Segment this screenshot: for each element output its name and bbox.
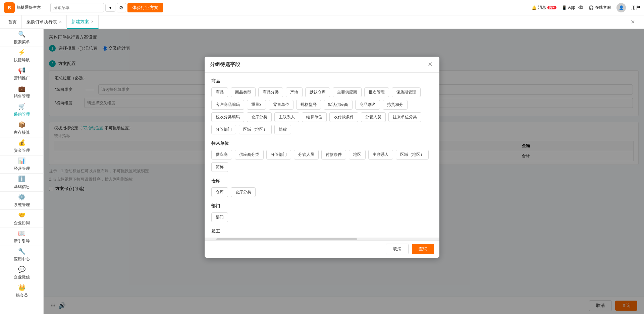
field-tag[interactable]: 分管人员 bbox=[361, 112, 386, 122]
field-tag[interactable]: 商品类型 bbox=[231, 87, 256, 97]
modal-confirm-button[interactable]: 查询 bbox=[412, 244, 434, 254]
purchase-icon: 🛒 bbox=[18, 103, 25, 110]
modal-horizontal-scrollbar[interactable] bbox=[205, 238, 439, 240]
top-search: ▼ ⚙ 体验行业方案 bbox=[50, 3, 163, 12]
member-icon: 👑 bbox=[18, 284, 25, 291]
tab-purchase-close[interactable]: ✕ bbox=[59, 20, 62, 24]
field-tag[interactable]: 商品分类 bbox=[258, 87, 283, 97]
field-tag[interactable]: 零售单位 bbox=[269, 100, 293, 110]
field-tag[interactable]: 供应商 bbox=[211, 150, 232, 160]
modal-cancel-button[interactable]: 取消 bbox=[386, 244, 409, 254]
marketing-icon: 📢 bbox=[18, 67, 25, 74]
sidebar-item-system[interactable]: ⚙️ 系统管理 bbox=[0, 192, 43, 210]
sidebar-item-guide[interactable]: 📖 新手引导 bbox=[0, 228, 43, 246]
tab-new-plan[interactable]: 新建方案 ✕ bbox=[67, 15, 99, 29]
section-title-partner: 往来单位 bbox=[211, 140, 433, 146]
sidebar-label-basic-info: 基础信息 bbox=[14, 184, 30, 190]
field-tag[interactable]: 仓库分类 bbox=[247, 112, 272, 122]
sidebar-label-sales: 销售管理 bbox=[14, 93, 30, 99]
wechat-icon: 💬 bbox=[18, 266, 25, 273]
field-tag[interactable]: 往来单位分类 bbox=[388, 112, 421, 122]
gear-icon[interactable]: ⚙ bbox=[117, 3, 126, 12]
sidebar-item-operations[interactable]: 📊 经营管理 bbox=[0, 155, 43, 174]
sidebar-item-member[interactable]: 👑 畅会员 bbox=[0, 282, 43, 300]
sales-icon: 💼 bbox=[18, 85, 25, 92]
field-tag[interactable]: 保质期管理 bbox=[392, 87, 421, 97]
section-title-product: 商品 bbox=[211, 78, 433, 84]
inventory-icon: 📦 bbox=[18, 121, 25, 128]
field-tag[interactable]: 分管部门 bbox=[211, 125, 236, 134]
app-icon: 🔧 bbox=[18, 248, 25, 255]
sidebar-item-search[interactable]: 🔍 搜索菜单 bbox=[0, 29, 43, 47]
field-tag[interactable]: 收付款条件 bbox=[329, 112, 358, 122]
tab-new-plan-close[interactable]: ✕ bbox=[91, 20, 94, 23]
field-tag[interactable]: 批次管理 bbox=[364, 87, 389, 97]
field-tag[interactable]: 仓库 bbox=[211, 187, 228, 197]
field-tag[interactable]: 产地 bbox=[286, 87, 303, 97]
field-tag[interactable]: 主联系人 bbox=[274, 112, 299, 122]
sidebar-item-wechat[interactable]: 💬 企业微信 bbox=[0, 264, 43, 282]
field-tag[interactable]: 默认供应商 bbox=[324, 100, 353, 110]
field-tag[interactable]: 部门 bbox=[211, 212, 228, 222]
sidebar-item-sales[interactable]: 💼 销售管理 bbox=[0, 83, 43, 101]
field-tag[interactable]: 简称 bbox=[274, 125, 291, 134]
sidebar-item-purchase[interactable]: 🛒 采购管理 bbox=[0, 101, 43, 119]
sidebar-label-app: 应用中心 bbox=[14, 256, 30, 262]
field-tag[interactable]: 分管部门 bbox=[266, 150, 291, 160]
field-tag[interactable]: 供应商分类 bbox=[235, 150, 264, 160]
tab-bar: 首页 采购订单执行表 ✕ 新建方案 ✕ ✕ ≡ bbox=[0, 15, 644, 29]
field-tag[interactable]: 商品 bbox=[211, 87, 228, 97]
field-tag[interactable]: 主联系人 bbox=[368, 150, 393, 160]
finance-icon: 💰 bbox=[18, 139, 25, 146]
online-service-item[interactable]: 🎧 在线客服 bbox=[589, 5, 611, 10]
cooperation-icon: 🤝 bbox=[18, 211, 25, 219]
field-tag[interactable]: 地区 bbox=[349, 150, 366, 160]
tab-home-label: 首页 bbox=[8, 19, 17, 25]
field-tag[interactable]: 规格型号 bbox=[296, 100, 321, 110]
experience-button[interactable]: 体验行业方案 bbox=[127, 3, 163, 12]
sidebar-item-basic-info[interactable]: ℹ️ 基础信息 bbox=[0, 174, 43, 192]
field-tag[interactable]: 区域（地区） bbox=[239, 125, 272, 134]
app-download-item[interactable]: 📱 App下载 bbox=[562, 5, 583, 10]
field-tag[interactable]: 拣货积分 bbox=[383, 100, 408, 110]
sidebar-label-member: 畅会员 bbox=[16, 293, 28, 298]
user-avatar[interactable]: 👤 bbox=[616, 3, 626, 12]
field-tag[interactable]: 商品别名 bbox=[355, 100, 380, 110]
sidebar-label-cooperation: 企业协同 bbox=[14, 220, 30, 226]
tab-new-plan-label: 新建方案 bbox=[71, 19, 89, 25]
sidebar-item-app[interactable]: 🔧 应用中心 bbox=[0, 246, 43, 264]
field-tag[interactable]: 分管人员 bbox=[294, 150, 319, 160]
sidebar-label-operations: 经营管理 bbox=[14, 166, 30, 172]
tab-purchase-order[interactable]: 采购订单执行表 ✕ bbox=[22, 15, 67, 29]
tab-bar-menu-icon[interactable]: ≡ bbox=[638, 19, 641, 25]
sidebar-item-inventory[interactable]: 📦 库存核算 bbox=[0, 119, 43, 137]
field-tag[interactable]: 仓库分类 bbox=[231, 187, 256, 197]
sidebar-item-finance[interactable]: 💰 资金管理 bbox=[0, 137, 43, 155]
sidebar-item-quicknav[interactable]: ⚡ 快捷导航 bbox=[0, 47, 43, 65]
search-input[interactable] bbox=[50, 3, 104, 12]
search-button[interactable]: ▼ bbox=[105, 4, 115, 12]
quicknav-icon: ⚡ bbox=[18, 49, 25, 56]
field-tag[interactable]: 税收分类编码 bbox=[211, 112, 244, 122]
notification-item[interactable]: 🔔 消息 99+ bbox=[532, 5, 556, 10]
field-tag[interactable]: 简称 bbox=[211, 162, 228, 172]
tab-bar-close-icon[interactable]: ✕ bbox=[631, 19, 635, 25]
modal-header: 分组待选字段 ✕ bbox=[205, 57, 439, 73]
field-tag[interactable]: 重量3 bbox=[247, 100, 266, 110]
field-tag[interactable]: 区域（地区） bbox=[396, 150, 429, 160]
product-tags: 商品 商品类型 商品分类 产地 默认仓库 主要供应商 批次管理 保质期管理 客户… bbox=[211, 87, 433, 134]
field-tag[interactable]: 默认仓库 bbox=[305, 87, 330, 97]
tab-home[interactable]: 首页 bbox=[3, 15, 22, 29]
sidebar-label-system: 系统管理 bbox=[14, 202, 30, 208]
section-title-employee: 员工 bbox=[211, 228, 433, 234]
modal-body[interactable]: 商品 商品 商品类型 商品分类 产地 默认仓库 主要供应商 批次管理 保质期管理… bbox=[205, 73, 439, 238]
sidebar-item-cooperation[interactable]: 🤝 企业协同 bbox=[0, 210, 43, 228]
field-tag[interactable]: 主要供应商 bbox=[333, 87, 362, 97]
modal-close-button[interactable]: ✕ bbox=[426, 60, 434, 68]
field-tag[interactable]: 付款条件 bbox=[321, 150, 346, 160]
field-section-partner: 往来单位 供应商 供应商分类 分管部门 分管人员 付款条件 地区 主联系人 区域… bbox=[211, 140, 433, 172]
field-tag[interactable]: 客户商品编码 bbox=[211, 100, 244, 110]
field-tag[interactable]: 结算单位 bbox=[302, 112, 327, 122]
modal-hscroll-thumb bbox=[216, 238, 357, 240]
sidebar-item-marketing[interactable]: 📢 营销推广 bbox=[0, 65, 43, 83]
